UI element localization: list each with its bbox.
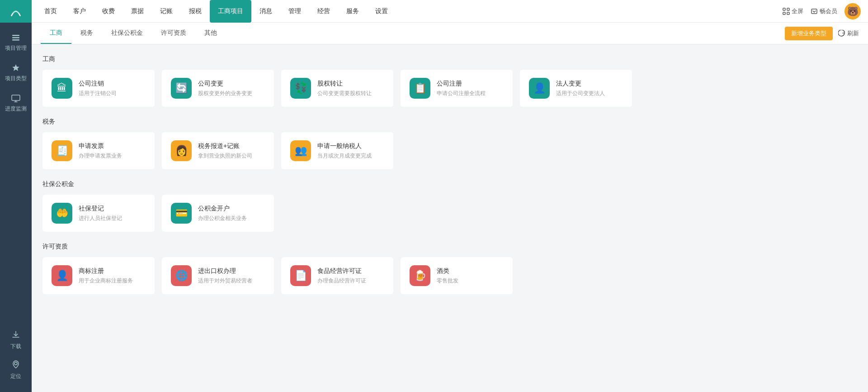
card-desc: 公司变更需要股权转让 [317,90,372,97]
tab-bar-right: 新增业务类型 刷新 [785,27,859,40]
card-title: 股权转让 [317,80,372,88]
nav-item-消息[interactable]: 消息 [251,0,280,23]
card-进出口权办理[interactable]: 🌐 进出口权办理 适用于对外贸易经营者 [162,257,274,294]
card-公司注册[interactable]: 📋 公司注册 申请公司注册全流程 [401,70,513,107]
card-desc: 适用于注销公司 [79,90,117,97]
sidebar-label: 项目管理 [5,44,27,52]
scroll-area[interactable]: 工商 🏛 公司注销 适用于注销公司 🔄 公司变更 股权变更外的业务变更 💱 股权… [32,44,868,392]
tab-税务[interactable]: 税务 [71,23,102,44]
card-酒类[interactable]: 🍺 酒类 零售批发 [401,257,513,294]
section-title-税务: 税务 [42,118,857,126]
nav-item-经营[interactable]: 经营 [309,0,338,23]
cards-grid-税务: 🧾 申请发票 办理申请发票业务 👩 税务报道+记账 拿到营业执照的新公司 👥 申… [42,132,857,169]
monitor-icon [11,93,21,103]
card-商标注册[interactable]: 👤 商标注册 用于企业商标注册服务 [42,257,155,294]
card-公积金开户[interactable]: 💳 公积金开户 办理公积金相关业务 [162,195,274,232]
card-icon: 👤 [529,78,550,99]
avatar[interactable]: 🐻 [844,3,861,19]
card-股权转让[interactable]: 💱 股权转让 公司变更需要股权转让 [281,70,393,107]
card-desc: 办理食品经营许可证 [317,277,366,285]
card-desc: 办理申请发票业务 [79,152,122,160]
card-icon: 🏛 [52,78,72,99]
card-icon: 👥 [290,140,311,161]
card-title: 酒类 [437,267,458,275]
card-title: 公司变更 [198,80,252,88]
location-icon [11,359,21,371]
tab-bar-left: 工商税务社保公积金许可资质其他 [41,23,226,44]
sidebar: 项目管理项目类型进度监测下载定位 [0,23,32,392]
nav-item-首页[interactable]: 首页 [36,0,65,23]
card-税务报道+记账[interactable]: 👩 税务报道+记账 拿到营业执照的新公司 [162,132,274,169]
nav-item-工商项目[interactable]: 工商项目 [210,0,251,23]
list-icon [11,33,21,43]
card-title: 申请发票 [79,142,122,150]
card-title: 税务报道+记账 [198,142,252,150]
card-申请一般纳税人[interactable]: 👥 申请一般纳税人 当月或次月成变更完成 [281,132,393,169]
tab-其他[interactable]: 其他 [195,23,226,44]
card-法人变更[interactable]: 👤 法人变更 适用于公司变更法人 [520,70,632,107]
member-label: 畅会员 [820,7,837,15]
sidebar-bottom-item-定位[interactable]: 定位 [0,355,32,385]
card-title: 公司注册 [437,80,486,88]
nav-item-服务[interactable]: 服务 [338,0,367,23]
sidebar-item-进度监测[interactable]: 进度监测 [0,88,32,118]
card-公司变更[interactable]: 🔄 公司变更 股权变更外的业务变更 [162,70,274,107]
nav-item-客户[interactable]: 客户 [65,0,94,23]
nav-items: 首页客户收费票据记账报税工商项目消息管理经营服务设置 [32,0,783,23]
refresh-button[interactable]: 刷新 [838,29,859,38]
card-desc: 适用于对外贸易经营者 [198,277,252,285]
nav-item-票据[interactable]: 票据 [123,0,152,23]
card-title: 公司注销 [79,80,117,88]
card-desc: 当月或次月成变更完成 [317,152,372,160]
add-business-type-button[interactable]: 新增业务类型 [785,27,833,40]
card-icon: 👩 [171,140,192,161]
svg-rect-4 [811,9,817,14]
card-icon: 💱 [290,78,311,99]
cards-grid-工商: 🏛 公司注销 适用于注销公司 🔄 公司变更 股权变更外的业务变更 💱 股权转让 … [42,70,857,107]
card-icon: 🍺 [410,265,430,286]
fullscreen-button[interactable]: 全屏 [783,7,803,15]
logo[interactable] [0,0,32,23]
svg-rect-2 [783,12,785,14]
content-area: 工商税务社保公积金许可资质其他 新增业务类型 刷新 工商 🏛 公司注销 适用于注… [32,23,868,392]
card-社保登记[interactable]: 🤲 社保登记 进行人员社保登记 [42,195,155,232]
card-title: 法人变更 [556,80,605,88]
card-desc: 股权变更外的业务变更 [198,90,252,97]
card-申请发票[interactable]: 🧾 申请发票 办理申请发票业务 [42,132,155,169]
nav-item-报税[interactable]: 报税 [181,0,210,23]
tab-许可资质[interactable]: 许可资质 [152,23,195,44]
tab-bar: 工商税务社保公积金许可资质其他 新增业务类型 刷新 [32,23,868,44]
card-icon: 📋 [410,78,430,99]
nav-item-设置[interactable]: 设置 [367,0,396,23]
nav-item-管理[interactable]: 管理 [280,0,309,23]
card-title: 公积金开户 [198,205,247,213]
card-desc: 拿到营业执照的新公司 [198,152,252,160]
sidebar-bottom-item-下载[interactable]: 下载 [0,325,32,355]
nav-item-记账[interactable]: 记账 [152,0,181,23]
svg-rect-7 [12,39,19,41]
section-title-许可资质: 许可资质 [42,243,857,251]
card-title: 商标注册 [79,267,133,275]
card-title: 社保登记 [79,205,122,213]
card-公司注销[interactable]: 🏛 公司注销 适用于注销公司 [42,70,155,107]
tab-工商[interactable]: 工商 [41,23,71,44]
card-icon: 🌐 [171,265,192,286]
tab-社保公积金[interactable]: 社保公积金 [102,23,152,44]
card-icon: 📄 [290,265,311,286]
card-食品经营许可证[interactable]: 📄 食品经营许可证 办理食品经营许可证 [281,257,393,294]
card-icon: 🧾 [52,140,72,161]
cards-grid-社保公积金: 🤲 社保登记 进行人员社保登记 💳 公积金开户 办理公积金相关业务 [42,195,857,232]
member-button[interactable]: 畅会员 [811,7,837,15]
sidebar-item-项目类型[interactable]: 项目类型 [0,57,32,88]
card-desc: 用于企业商标注册服务 [79,277,133,285]
sidebar-item-项目管理[interactable]: 项目管理 [0,27,32,57]
sidebar-label: 项目类型 [5,75,27,82]
cards-grid-许可资质: 👤 商标注册 用于企业商标注册服务 🌐 进出口权办理 适用于对外贸易经营者 📄 … [42,257,857,294]
refresh-label: 刷新 [847,29,859,38]
card-icon: 🤲 [52,203,72,224]
nav-item-收费[interactable]: 收费 [94,0,123,23]
fullscreen-label: 全屏 [792,7,803,15]
main-layout: 项目管理项目类型进度监测下载定位 工商税务社保公积金许可资质其他 新增业务类型 … [0,23,868,392]
svg-rect-5 [12,35,19,36]
top-nav: 首页客户收费票据记账报税工商项目消息管理经营服务设置 全屏 畅会员 🐻 [0,0,868,23]
